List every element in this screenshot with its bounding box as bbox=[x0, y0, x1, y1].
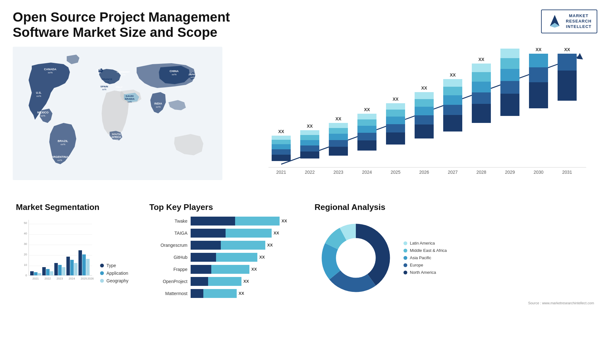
svg-rect-125 bbox=[38, 273, 41, 275]
svg-text:2030: 2030 bbox=[533, 170, 543, 175]
svg-text:2025: 2025 bbox=[81, 277, 87, 280]
player-row-orangescrum: Orangescrum XX bbox=[149, 241, 302, 250]
svg-text:XX: XX bbox=[307, 124, 313, 129]
svg-text:xx%: xx% bbox=[156, 105, 160, 108]
svg-rect-128 bbox=[50, 271, 53, 275]
svg-rect-130 bbox=[58, 265, 62, 275]
svg-rect-68 bbox=[415, 125, 434, 138]
svg-text:GERMANY: GERMANY bbox=[117, 71, 130, 73]
svg-text:xx%: xx% bbox=[127, 101, 132, 103]
svg-text:xx%: xx% bbox=[60, 143, 65, 146]
svg-rect-74 bbox=[443, 115, 462, 131]
svg-text:2024: 2024 bbox=[362, 170, 372, 175]
svg-text:30: 30 bbox=[24, 242, 27, 246]
svg-point-149 bbox=[336, 238, 376, 278]
svg-text:0: 0 bbox=[25, 274, 27, 277]
bar-chart-section: XX XX XX XX bbox=[229, 47, 597, 193]
svg-rect-124 bbox=[34, 272, 37, 275]
segmentation-title: Market Segmentation bbox=[16, 202, 137, 212]
svg-rect-63 bbox=[386, 124, 405, 132]
player-value-openproject: XX bbox=[243, 279, 249, 284]
svg-text:INDIA: INDIA bbox=[154, 102, 162, 105]
svg-rect-96 bbox=[558, 71, 577, 101]
dot-north-america bbox=[403, 271, 407, 274]
svg-rect-39 bbox=[272, 149, 291, 155]
svg-text:2021: 2021 bbox=[276, 170, 286, 175]
map-svg: CANADA xx% U.S. xx% MEXICO xx% BRAZIL xx… bbox=[13, 47, 222, 180]
player-name-github: GitHub bbox=[149, 255, 187, 260]
svg-text:ARABIA: ARABIA bbox=[125, 98, 134, 100]
svg-text:U.S.: U.S. bbox=[36, 91, 42, 94]
segmentation-section: Market Segmentation 0 10 20 30 40 50 bbox=[13, 199, 140, 308]
svg-rect-76 bbox=[443, 95, 462, 105]
svg-rect-54 bbox=[329, 123, 348, 128]
svg-rect-69 bbox=[415, 115, 434, 125]
svg-rect-70 bbox=[415, 107, 434, 115]
svg-text:10: 10 bbox=[24, 263, 27, 266]
legend-item-application: Application bbox=[100, 271, 128, 276]
svg-rect-56 bbox=[357, 140, 376, 151]
svg-rect-89 bbox=[500, 58, 519, 69]
svg-text:xx%: xx% bbox=[117, 89, 121, 91]
svg-rect-53 bbox=[329, 128, 348, 134]
svg-rect-81 bbox=[472, 92, 491, 104]
svg-rect-131 bbox=[62, 267, 65, 275]
player-value-orangescrum: XX bbox=[267, 243, 273, 247]
svg-text:xx%: xx% bbox=[36, 95, 41, 98]
svg-rect-88 bbox=[500, 69, 519, 81]
svg-text:2023: 2023 bbox=[333, 170, 343, 175]
bar-chart-svg: XX XX XX XX bbox=[238, 47, 597, 186]
regional-title: Regional Analysis bbox=[315, 202, 594, 212]
svg-rect-84 bbox=[472, 64, 491, 72]
svg-text:XX: XX bbox=[450, 72, 456, 78]
player-name-frappe: Frappe bbox=[149, 267, 187, 272]
svg-rect-59 bbox=[357, 119, 376, 126]
svg-rect-92 bbox=[529, 82, 548, 108]
logo-text: MARKET RESEARCH INTELLECT bbox=[566, 13, 592, 30]
player-row-frappe: Frappe XX bbox=[149, 265, 302, 274]
svg-rect-93 bbox=[529, 67, 548, 82]
svg-rect-60 bbox=[357, 114, 376, 119]
svg-text:xx%: xx% bbox=[172, 73, 176, 76]
svg-text:2028: 2028 bbox=[476, 170, 486, 175]
svg-text:JAPAN: JAPAN bbox=[188, 73, 197, 76]
svg-rect-48 bbox=[300, 130, 319, 135]
svg-rect-42 bbox=[272, 136, 291, 140]
legend-latin-america: Latin America bbox=[403, 241, 447, 246]
player-name-twake: Twake bbox=[149, 219, 187, 224]
svg-rect-77 bbox=[443, 87, 462, 95]
logo-icon bbox=[547, 13, 563, 29]
svg-rect-126 bbox=[42, 267, 46, 275]
svg-text:XX: XX bbox=[393, 97, 399, 102]
svg-text:2021: 2021 bbox=[32, 277, 39, 280]
svg-rect-136 bbox=[82, 254, 86, 275]
svg-text:AFRICA: AFRICA bbox=[112, 136, 121, 138]
svg-marker-37 bbox=[577, 53, 583, 59]
dot-latin-america bbox=[403, 241, 407, 245]
svg-text:xx%: xx% bbox=[48, 71, 52, 74]
svg-text:U.K.: U.K. bbox=[97, 68, 102, 71]
svg-text:2026: 2026 bbox=[419, 170, 429, 175]
players-list: Twake XX TAIGA bbox=[149, 217, 302, 298]
svg-text:50: 50 bbox=[24, 221, 27, 225]
svg-rect-137 bbox=[86, 259, 90, 275]
svg-text:40: 40 bbox=[24, 232, 27, 235]
legend-asia-pacific: Asia Pacific bbox=[403, 255, 447, 260]
key-players-title: Top Key Players bbox=[149, 202, 302, 212]
svg-rect-44 bbox=[300, 152, 319, 158]
label-north-america: North America bbox=[410, 270, 436, 275]
svg-text:XX: XX bbox=[564, 47, 570, 52]
svg-rect-50 bbox=[329, 147, 348, 156]
svg-rect-58 bbox=[357, 126, 376, 133]
svg-text:xx%: xx% bbox=[57, 159, 62, 162]
label-middle-east: Middle East & Africa bbox=[410, 248, 447, 253]
svg-rect-62 bbox=[386, 132, 405, 145]
svg-rect-57 bbox=[357, 133, 376, 140]
svg-text:xx%: xx% bbox=[105, 81, 109, 83]
dot-asia-pacific bbox=[403, 256, 407, 260]
svg-rect-133 bbox=[70, 260, 74, 275]
svg-text:XX: XX bbox=[478, 57, 485, 62]
svg-text:SOUTH: SOUTH bbox=[112, 133, 121, 136]
svg-rect-38 bbox=[272, 155, 291, 161]
svg-rect-65 bbox=[386, 110, 405, 117]
